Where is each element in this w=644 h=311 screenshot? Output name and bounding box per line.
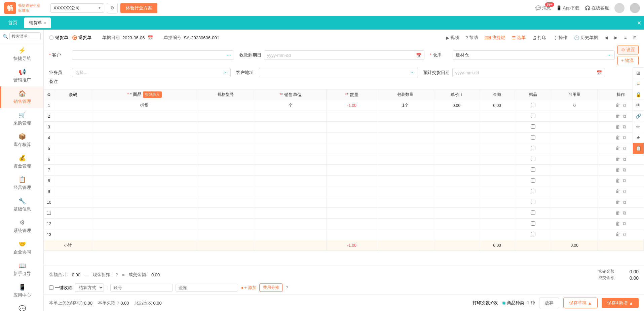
row-amount[interactable] [479,208,515,219]
row-copy-btn[interactable]: ⧉ [622,166,627,173]
sidebar-item-basics[interactable]: 🔧 基础信息 [0,194,43,216]
row-qty[interactable] [327,208,377,219]
row-copy-btn[interactable]: ⧉ [622,156,627,163]
radio-sales-order[interactable]: 销货单 [49,35,68,41]
row-spec[interactable] [197,122,254,132]
row-price[interactable] [434,111,479,122]
print-btn[interactable]: 🖨 打印 [530,34,548,42]
row-barcode[interactable] [54,208,92,219]
gift-checkbox[interactable] [531,200,535,204]
row-pkg-qty[interactable]: 1个 [377,100,434,111]
settings-action-btn[interactable]: ⚙ 设置 [617,45,639,54]
row-barcode[interactable] [54,132,92,143]
row-product[interactable]: 拆货 [92,100,197,111]
rt-edit-btn[interactable]: ✏ [633,121,644,132]
row-unit[interactable] [254,186,327,197]
row-delete-btn[interactable]: 🗑 [615,220,621,227]
sidebar-item-wechat[interactable]: 💬 企业微信 [0,302,43,311]
row-unit[interactable] [254,111,327,122]
row-spec[interactable] [197,208,254,219]
sidebar-item-finance[interactable]: 💰 资金管理 [0,151,43,172]
row-unit[interactable] [254,176,327,186]
row-copy-btn[interactable]: ⧉ [622,134,627,141]
row-amount[interactable] [479,176,515,186]
row-gift[interactable] [515,186,551,197]
row-delete-btn[interactable]: 🗑 [615,113,621,119]
row-delete-btn[interactable]: 🗑 [615,134,621,141]
row-qty[interactable] [327,154,377,165]
row-amount[interactable]: 0.00 [479,100,515,111]
rt-link-btn[interactable]: 🔗 [633,111,644,121]
row-copy-btn[interactable]: ⧉ [622,220,627,227]
gift-checkbox[interactable] [531,178,535,183]
row-product[interactable] [92,165,197,176]
row-unit[interactable] [254,132,327,143]
logistics-btn[interactable]: + 物流 [617,56,639,65]
row-product[interactable] [92,111,197,122]
row-spec[interactable] [197,132,254,143]
row-price[interactable] [434,229,479,240]
video-btn[interactable]: ▶ 视频 [444,34,461,42]
account-input[interactable] [110,284,173,291]
settings-icon-btn[interactable]: ⚙ [107,3,118,13]
row-product[interactable] [92,219,197,229]
row-price[interactable] [434,132,479,143]
row-delete-btn[interactable]: 🗑 [615,166,621,173]
row-unit[interactable] [254,229,327,240]
view-toggle-grid[interactable]: ⊞ [631,34,639,41]
rt-clipboard-btn[interactable]: 📋 [633,143,644,154]
row-price[interactable] [434,143,479,154]
row-product[interactable] [92,143,197,154]
operation-btn[interactable]: ⋮ 操作 [551,34,569,42]
row-unit[interactable] [254,154,327,165]
row-spec[interactable] [197,229,254,240]
message-btn[interactable]: 💬 消息 99+ [535,5,551,11]
row-pkg-qty[interactable] [377,165,434,176]
avatar[interactable] [614,3,624,13]
th-settings[interactable]: ⚙ [44,89,54,100]
row-price[interactable] [434,208,479,219]
row-pkg-qty[interactable] [377,197,434,208]
rt-star-btn[interactable]: ★ [633,132,644,143]
rt-eye-btn[interactable]: 👁 [633,100,644,111]
row-gift[interactable] [515,100,551,111]
row-pkg-qty[interactable] [377,176,434,186]
warehouse-input[interactable]: 建材仓 ··· [453,50,615,60]
row-copy-btn[interactable]: ⧉ [622,209,627,217]
row-barcode[interactable] [54,154,92,165]
sidebar-item-guide[interactable]: 📖 新手引导 [0,259,43,280]
amount-input[interactable] [176,284,238,291]
row-spec[interactable] [197,197,254,208]
row-barcode[interactable] [54,100,92,111]
row-spec[interactable] [197,143,254,154]
row-barcode[interactable] [54,186,92,197]
row-pkg-qty[interactable] [377,229,434,240]
row-product[interactable] [92,208,197,219]
row-delete-btn[interactable]: 🗑 [615,156,621,162]
row-amount[interactable] [479,143,515,154]
row-delete-btn[interactable]: 🗑 [615,231,621,238]
tab-bar-close[interactable]: ✕ [637,20,641,26]
row-copy-btn[interactable]: ⧉ [622,113,627,120]
rt-list-btn[interactable]: ≡ [633,78,644,89]
row-delete-btn[interactable]: 🗑 [615,123,621,130]
rt-grid-btn[interactable]: ⊞ [633,68,644,78]
row-gift[interactable] [515,132,551,143]
row-gift[interactable] [515,176,551,186]
row-unit[interactable] [254,122,327,132]
row-copy-btn[interactable]: ⧉ [622,231,627,238]
row-barcode[interactable] [54,165,92,176]
expense-help-icon[interactable]: ? [286,285,288,290]
abandon-button[interactable]: 放弃 [539,298,559,308]
gift-checkbox[interactable] [531,146,535,150]
row-spec[interactable] [197,165,254,176]
payment-checkbox-input[interactable] [49,285,53,290]
calendar-icon[interactable]: 📅 [148,35,153,40]
row-copy-btn[interactable]: ⧉ [622,177,627,184]
row-qty[interactable] [327,219,377,229]
row-price[interactable] [434,197,479,208]
row-delete-btn[interactable]: 🗑 [615,102,621,109]
customer-addr-input[interactable]: ··· [259,68,418,77]
row-delete-btn[interactable]: 🗑 [615,209,621,216]
gift-checkbox[interactable] [531,124,535,129]
